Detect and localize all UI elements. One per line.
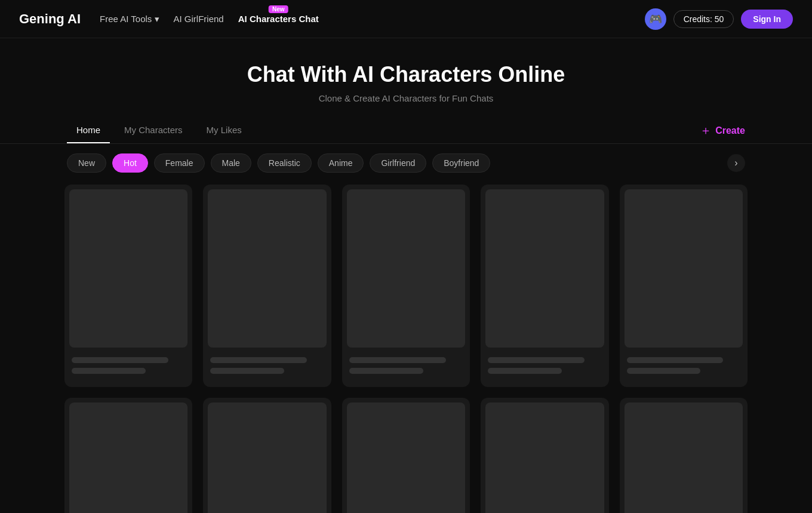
- card-image-8: [347, 403, 465, 513]
- plus-icon: ＋: [700, 122, 712, 139]
- card-body-4: [481, 352, 608, 387]
- tab-my-characters[interactable]: My Characters: [115, 118, 192, 143]
- skeleton-title-1: [72, 357, 168, 363]
- card-image-10: [625, 403, 743, 513]
- card-8[interactable]: [342, 398, 470, 513]
- chevron-right-icon: ›: [734, 158, 737, 168]
- chip-girlfriend[interactable]: Girlfriend: [370, 153, 426, 173]
- nav: Free AI Tools ▾ AI GirlFriend New AI Cha…: [100, 14, 626, 24]
- card-image-1: [69, 189, 187, 348]
- card-image-7: [208, 403, 326, 513]
- card-image-3: [347, 189, 465, 348]
- skeleton-sub-2: [210, 368, 284, 374]
- card-3[interactable]: [342, 185, 470, 387]
- cards-section: [0, 185, 812, 513]
- new-badge: New: [269, 5, 288, 13]
- chip-female[interactable]: Female: [154, 153, 205, 173]
- chips-arrow-right[interactable]: ›: [727, 154, 745, 172]
- tab-my-likes[interactable]: My Likes: [197, 118, 251, 143]
- chip-realistic[interactable]: Realistic: [257, 153, 312, 173]
- skeleton-sub-4: [488, 368, 562, 374]
- hero-subtitle: Clone & Create AI Characters for Fun Cha…: [12, 93, 800, 103]
- card-body-5: [620, 352, 748, 387]
- chip-hot[interactable]: Hot: [112, 153, 148, 173]
- nav-free-ai-tools[interactable]: Free AI Tools ▾: [100, 14, 159, 24]
- card-7[interactable]: [203, 398, 331, 513]
- card-body-1: [64, 352, 192, 387]
- skeleton-title-5: [627, 357, 724, 363]
- chip-male[interactable]: Male: [211, 153, 251, 173]
- skeleton-title-3: [349, 357, 446, 363]
- skeleton-sub-5: [627, 368, 701, 374]
- header-right: 🎮 Credits: 50 Sign In: [645, 8, 793, 30]
- cards-grid-row1: [64, 185, 748, 387]
- nav-ai-characters-chat[interactable]: New AI Characters Chat: [238, 14, 319, 24]
- tab-home[interactable]: Home: [67, 118, 110, 143]
- skeleton-title-4: [488, 357, 585, 363]
- card-10[interactable]: [620, 398, 748, 513]
- card-9[interactable]: [481, 398, 608, 513]
- skeleton-sub-1: [72, 368, 146, 374]
- discord-icon: 🎮: [649, 13, 662, 26]
- skeleton-sub-3: [349, 368, 423, 374]
- filter-row: New Hot Female Male Realistic Anime Girl…: [0, 153, 812, 173]
- card-image-2: [208, 189, 326, 348]
- discord-button[interactable]: 🎮: [645, 8, 666, 30]
- chip-new[interactable]: New: [67, 153, 106, 173]
- card-image-9: [485, 403, 604, 513]
- card-body-3: [342, 352, 470, 387]
- cards-grid-row2: [64, 398, 748, 513]
- skeleton-title-2: [210, 357, 307, 363]
- card-1[interactable]: [64, 185, 192, 387]
- hero-section: Chat With AI Characters Online Clone & C…: [0, 38, 812, 118]
- card-6[interactable]: [64, 398, 192, 513]
- nav-ai-girlfriend[interactable]: AI GirlFriend: [174, 14, 224, 24]
- card-body-2: [203, 352, 331, 387]
- signin-button[interactable]: Sign In: [741, 10, 793, 29]
- card-image-6: [69, 403, 187, 513]
- card-2[interactable]: [203, 185, 331, 387]
- header: Gening AI Free AI Tools ▾ AI GirlFriend …: [0, 0, 812, 38]
- card-image-5: [625, 189, 743, 348]
- card-4[interactable]: [481, 185, 608, 387]
- card-image-4: [485, 189, 604, 348]
- hero-title: Chat With AI Characters Online: [12, 62, 800, 87]
- tabs-bar: Home My Characters My Likes ＋ Create: [0, 118, 812, 144]
- chip-boyfriend[interactable]: Boyfriend: [432, 153, 490, 173]
- create-button[interactable]: ＋ Create: [700, 122, 745, 139]
- logo[interactable]: Gening AI: [19, 11, 81, 27]
- credits-button[interactable]: Credits: 50: [673, 10, 734, 28]
- chip-anime[interactable]: Anime: [318, 153, 364, 173]
- card-5[interactable]: [620, 185, 748, 387]
